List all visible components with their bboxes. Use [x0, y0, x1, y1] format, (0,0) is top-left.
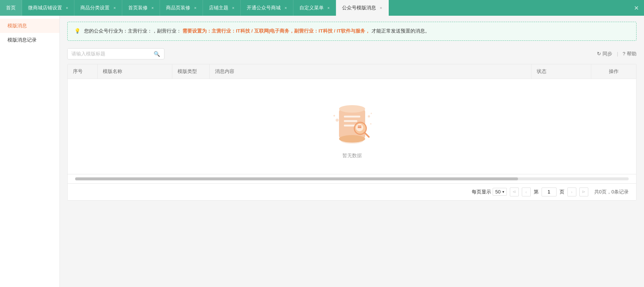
svg-point-2 [339, 105, 365, 113]
tab-1[interactable]: 微商城店铺设置× [22, 0, 74, 16]
tab-6[interactable]: 开通公众号商城× [241, 0, 293, 16]
search-input-wrap: 🔍 [67, 48, 164, 59]
empty-text: 暂无数据 [342, 152, 362, 159]
tab-3[interactable]: 首页装修× [122, 0, 160, 16]
tab-7[interactable]: 自定义菜单× [293, 0, 336, 16]
toolbar-right: ↻ 同步 | ? 帮助 [597, 51, 637, 57]
help-button[interactable]: ? 帮助 [623, 51, 637, 57]
total-count: 共0页，0条记录 [594, 189, 629, 195]
svg-point-12 [336, 119, 339, 122]
chevron-down-icon: ▾ [502, 190, 504, 194]
pagination: 每页显示 50 ▾ ⊲ ‹ 第 页 › ⊳ 共0页，0条记录 [68, 183, 636, 200]
tab-label-8: 公众号模版消息 [342, 4, 376, 11]
th-status: 状态 [531, 64, 591, 79]
th-action: 操作 [591, 64, 636, 79]
svg-rect-4 [344, 116, 360, 117]
tab-close-3[interactable]: × [151, 6, 154, 10]
help-icon: ? [623, 51, 625, 57]
first-page-button[interactable]: ⊲ [510, 187, 519, 196]
svg-point-3 [339, 135, 365, 143]
next-page-button[interactable]: › [567, 187, 576, 196]
tab-close-1[interactable]: × [66, 6, 68, 10]
tab-label-3: 首页装修 [128, 4, 148, 11]
horizontal-scrollbar[interactable] [68, 174, 636, 183]
tab-label-5: 店铺主题 [209, 4, 228, 11]
toolbar-divider: | [617, 51, 618, 57]
search-input[interactable] [68, 49, 150, 59]
page-size-dropdown[interactable]: 50 ▾ [493, 188, 506, 196]
tab-close-4[interactable]: × [194, 6, 196, 10]
empty-illustration: ✦ ✦ [330, 101, 375, 146]
tab-close-7[interactable]: × [327, 6, 330, 10]
th-type: 模版类型 [172, 64, 210, 79]
bulb-icon: 💡 [74, 28, 80, 34]
page-size-value: 50 [495, 189, 500, 195]
page-prefix-label: 第 [534, 189, 539, 195]
sync-label: 同步 [603, 51, 612, 57]
main-layout: 模版消息模版消息记录 💡 您的公众号行业为：主营行业：，副营行业： 需要设置为：… [0, 16, 644, 287]
table-header: 序号 模版名称 模版类型 消息内容 状态 操作 [68, 64, 636, 79]
tab-label-7: 自定义菜单 [299, 4, 324, 11]
svg-rect-5 [344, 120, 357, 122]
tab-0[interactable]: 首页 [0, 0, 22, 16]
tab-close-8[interactable]: × [380, 6, 382, 10]
svg-point-14 [370, 123, 372, 125]
prev-page-button[interactable]: ‹ [522, 187, 531, 196]
tab-5[interactable]: 店铺主题× [203, 0, 241, 16]
search-button[interactable]: 🔍 [150, 49, 164, 59]
info-banner: 💡 您的公众号行业为：主营行业：，副营行业： 需要设置为：主营行业：IT科技 /… [67, 22, 637, 41]
page-number-input[interactable] [542, 187, 557, 196]
svg-point-13 [368, 115, 370, 117]
sidebar-item-1[interactable]: 模版消息记录 [0, 33, 59, 47]
th-name: 模版名称 [98, 64, 172, 79]
last-page-button[interactable]: ⊳ [579, 187, 588, 196]
page-size-label: 每页显示 [472, 189, 491, 195]
info-highlight: 需要设置为：主营行业：IT科技 / 互联网|电子商务，副营行业：IT科技 / I… [182, 28, 370, 34]
scrollbar-track [75, 177, 629, 180]
global-close-button[interactable]: ✕ [628, 0, 644, 16]
svg-text:✦: ✦ [370, 112, 373, 115]
tab-close-2[interactable]: × [113, 6, 115, 10]
help-label: 帮助 [627, 51, 637, 57]
tab-label-6: 开通公众号商城 [247, 4, 281, 11]
page-size-select: 每页显示 50 ▾ [472, 188, 506, 196]
sidebar-item-0[interactable]: 模版消息 [0, 19, 59, 33]
th-content: 消息内容 [210, 64, 531, 79]
sync-button[interactable]: ↻ 同步 [597, 51, 612, 57]
page-unit-label: 页 [560, 189, 564, 195]
content-area: 💡 您的公众号行业为：主营行业：，副营行业： 需要设置为：主营行业：IT科技 /… [60, 16, 644, 287]
sync-icon: ↻ [597, 51, 601, 57]
tab-close-6[interactable]: × [284, 6, 287, 10]
th-seq: 序号 [68, 64, 98, 79]
empty-state: ✦ ✦ 暂无数据 [68, 79, 636, 174]
tab-2[interactable]: 商品分类设置× [74, 0, 122, 16]
scrollbar-thumb[interactable] [75, 177, 518, 180]
data-table: 序号 模版名称 模版类型 消息内容 状态 操作 [67, 64, 637, 201]
tab-8[interactable]: 公众号模版消息× [336, 0, 388, 16]
search-area: 🔍 ↻ 同步 | ? 帮助 [67, 48, 637, 59]
tab-label-4: 商品页装修 [166, 4, 190, 11]
tab-4[interactable]: 商品页装修× [160, 0, 203, 16]
tab-label-2: 商品分类设置 [80, 4, 110, 11]
tab-label-1: 微商城店铺设置 [28, 4, 62, 11]
top-tab-bar: 首页微商城店铺设置×商品分类设置×首页装修×商品页装修×店铺主题×开通公众号商城… [0, 0, 644, 16]
info-prefix: 您的公众号行业为：主营行业：，副营行业： [84, 28, 181, 34]
tab-close-5[interactable]: × [232, 6, 234, 10]
sidebar: 模版消息模版消息记录 [0, 16, 60, 287]
info-suffix: 才能正常发送预置的消息。 [372, 28, 430, 34]
svg-text:✦: ✦ [333, 114, 336, 118]
tab-label-0: 首页 [6, 4, 16, 11]
